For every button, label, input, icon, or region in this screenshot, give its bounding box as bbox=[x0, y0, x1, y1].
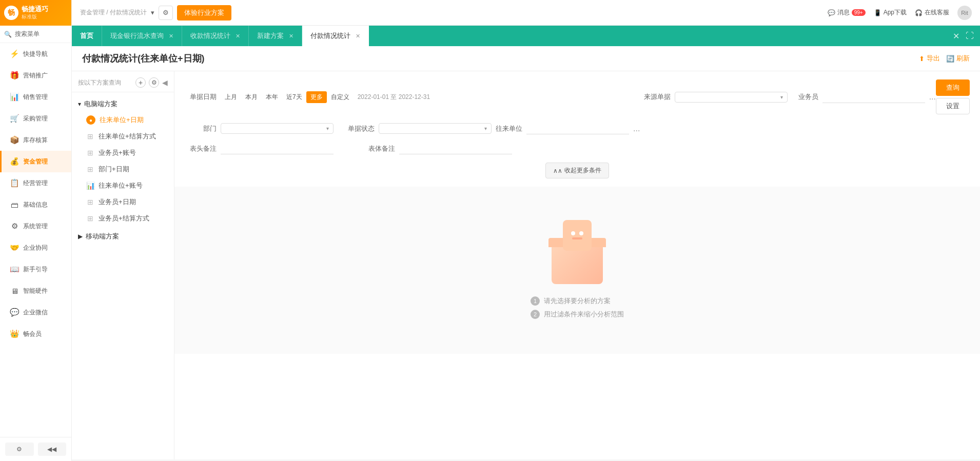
scheme-group-mobile: ▶ 移动端方案 bbox=[72, 229, 174, 244]
robot-eye-left bbox=[571, 231, 575, 235]
table-icon-3: ⊞ bbox=[86, 165, 94, 173]
query-btn[interactable]: 查询 bbox=[936, 79, 970, 96]
money-icon: 💰 bbox=[10, 157, 19, 166]
topbar-gear-btn[interactable]: ⚙ bbox=[159, 6, 173, 20]
sidebar-settings-btn[interactable]: ⚙ bbox=[5, 443, 34, 456]
active-circle-icon: ● bbox=[86, 115, 95, 125]
scheme-item-customer-account[interactable]: 📊 往来单位+账号 bbox=[72, 177, 174, 194]
scheme-panel-header: 按以下方案查询 + ⚙ ◀ bbox=[72, 77, 174, 92]
sidebar-item-weixin[interactable]: 💬 企业微信 bbox=[0, 302, 71, 323]
topbar: 资金管理 / 付款情况统计 ▾ ⚙ 体验行业方案 💬 消息 99+ 📱 App下… bbox=[72, 0, 980, 26]
trial-btn[interactable]: 体验行业方案 bbox=[177, 5, 231, 21]
sidebar-item-sales[interactable]: 📊 销售管理 bbox=[0, 86, 71, 108]
table-icon-2: ⊞ bbox=[86, 149, 94, 157]
scheme-set-btn[interactable]: ⚙ bbox=[149, 77, 159, 88]
tab-close-receipt[interactable]: ✕ bbox=[236, 33, 240, 39]
scheme-panel-actions: + ⚙ ◀ bbox=[135, 77, 168, 88]
filter-row-3: 表头备注 表体备注 bbox=[185, 143, 970, 154]
sidebar-item-purchase[interactable]: 🛒 采购管理 bbox=[0, 108, 71, 129]
filter-area: 单据日期 上月 本月 本年 近7天 更多 自定义 20 bbox=[174, 71, 980, 459]
collapse-more-btn[interactable]: ∧∧ 收起更多条件 bbox=[545, 163, 609, 178]
scheme-collapse-btn[interactable]: ◀ bbox=[162, 78, 168, 87]
tab-close-bank-flow[interactable]: ✕ bbox=[169, 33, 173, 39]
tab-receipt-stats[interactable]: 收款情况统计 ✕ bbox=[182, 26, 249, 46]
scheme-item-staff-account[interactable]: ⊞ 业务员+账号 bbox=[72, 145, 174, 161]
date-last-month[interactable]: 上月 bbox=[221, 91, 241, 103]
source-select[interactable]: ▾ bbox=[675, 92, 788, 103]
scheme-item-customer-settle[interactable]: ⊞ 往来单位+结算方式 bbox=[72, 128, 174, 145]
avatar[interactable]: Rit bbox=[957, 6, 972, 20]
sidebar-item-finance[interactable]: 💰 资金管理 bbox=[0, 151, 71, 172]
scheme-item-dept-date[interactable]: ⊞ 部门+日期 bbox=[72, 161, 174, 177]
body-note-input[interactable] bbox=[399, 143, 512, 154]
scheme-item-staff-date[interactable]: ⊞ 业务员+日期 bbox=[72, 194, 174, 210]
hardware-icon: 🖥 bbox=[10, 286, 19, 295]
tab-bank-flow[interactable]: 现金银行流水查询 ✕ bbox=[102, 26, 182, 46]
chart-icon: 📊 bbox=[10, 92, 19, 102]
sidebar-item-operations[interactable]: 📋 经营管理 bbox=[0, 172, 71, 194]
date-this-year[interactable]: 本年 bbox=[262, 91, 282, 103]
scheme-add-btn[interactable]: + bbox=[135, 77, 146, 88]
scheme-item-staff-settle[interactable]: ⊞ 业务员+结算方式 bbox=[72, 210, 174, 227]
scheme-group-desktop-header[interactable]: ▾ 电脑端方案 bbox=[72, 96, 174, 112]
sidebar-item-quick-nav[interactable]: ⚡ 快捷导航 bbox=[0, 43, 71, 65]
tab-close-payment[interactable]: ✕ bbox=[356, 33, 360, 39]
content-body: 按以下方案查询 + ⚙ ◀ ▾ 电脑端方案 ● bbox=[72, 71, 980, 459]
topbar-right: 💬 消息 99+ 📱 App下载 🎧 在线客服 Rit bbox=[828, 6, 972, 20]
sidebar-item-inventory[interactable]: 📦 库存核算 bbox=[0, 129, 71, 151]
sidebar-item-system[interactable]: ⚙ 系统管理 bbox=[0, 215, 71, 237]
tab-home[interactable]: 首页 bbox=[72, 26, 102, 46]
bill-status-label: 单据状态 bbox=[338, 124, 379, 133]
dept-select[interactable]: ▾ bbox=[221, 123, 334, 134]
page-actions: ⬆ 导出 🔄 刷新 bbox=[919, 54, 970, 63]
search-icon: 🔍 bbox=[4, 31, 12, 38]
date-last-7[interactable]: 近7天 bbox=[282, 91, 306, 103]
sidebar-item-marketing[interactable]: 🎁 营销推广 bbox=[0, 65, 71, 86]
topbar-app-download[interactable]: 📱 App下载 bbox=[874, 8, 907, 17]
date-options: 上月 本月 本年 近7天 更多 自定义 bbox=[221, 91, 354, 103]
sidebar-search[interactable]: 🔍 搜索菜单 bbox=[0, 26, 71, 43]
logo-icon: 畅 bbox=[4, 6, 18, 20]
date-range: 2022-01-01 至 2022-12-31 bbox=[358, 93, 430, 102]
export-icon: ⬆ bbox=[919, 55, 925, 63]
bill-status-select[interactable]: ▾ bbox=[379, 123, 492, 134]
setting-btn[interactable]: 设置 bbox=[936, 98, 970, 114]
crown-icon: 👑 bbox=[10, 329, 19, 338]
export-btn[interactable]: ⬆ 导出 bbox=[919, 54, 940, 63]
tab-new-scheme[interactable]: 新建方案 ✕ bbox=[249, 26, 302, 46]
salesperson-input[interactable] bbox=[822, 91, 925, 103]
refresh-icon: 🔄 bbox=[946, 55, 954, 63]
sidebar-item-enterprise[interactable]: 🤝 企业协同 bbox=[0, 237, 71, 258]
sidebar-item-member[interactable]: 👑 畅会员 bbox=[0, 323, 71, 345]
tab-close-new-scheme[interactable]: ✕ bbox=[289, 33, 293, 39]
logo-text: 畅捷通巧 标准版 bbox=[22, 5, 48, 21]
refresh-btn[interactable]: 🔄 刷新 bbox=[946, 54, 970, 63]
salesperson-dots[interactable]: ... bbox=[929, 92, 936, 102]
header-note-input[interactable] bbox=[221, 143, 334, 154]
handshake-icon: 🤝 bbox=[10, 243, 19, 252]
sidebar-collapse-btn[interactable]: ◀◀ bbox=[38, 443, 67, 456]
robot-eye-right bbox=[579, 231, 583, 235]
sidebar-item-basic[interactable]: 🗃 基础信息 bbox=[0, 194, 71, 215]
sidebar-item-guide[interactable]: 📖 新手引导 bbox=[0, 258, 71, 280]
topbar-service[interactable]: 🎧 在线客服 bbox=[915, 8, 949, 17]
tabbar-close-all-btn[interactable]: ✕ bbox=[951, 29, 962, 43]
tabbar-expand-btn[interactable]: ⛶ bbox=[964, 29, 976, 43]
sidebar-nav: ⚡ 快捷导航 🎁 营销推广 📊 销售管理 🛒 采购管理 📦 库存核算 💰 bbox=[0, 43, 71, 437]
empty-illustration bbox=[536, 217, 618, 284]
table-icon-5: ⊞ bbox=[86, 214, 94, 223]
tab-payment-stats[interactable]: 付款情况统计 ✕ bbox=[302, 26, 369, 46]
sidebar-item-hardware[interactable]: 🖥 智能硬件 bbox=[0, 280, 71, 302]
source-select-arrow: ▾ bbox=[780, 94, 783, 100]
scheme-group-mobile-header[interactable]: ▶ 移动端方案 bbox=[72, 229, 174, 244]
counterpart-dots[interactable]: ... bbox=[633, 124, 640, 133]
page-header: 付款情况统计(往来单位+日期) ⬆ 导出 🔄 刷新 bbox=[72, 46, 980, 71]
date-more[interactable]: 更多 bbox=[306, 91, 327, 103]
table-icon-4: ⊞ bbox=[86, 198, 94, 206]
counterpart-input[interactable] bbox=[526, 123, 629, 134]
topbar-messages[interactable]: 💬 消息 99+ bbox=[828, 8, 866, 17]
breadcrumb-dropdown[interactable]: ▾ bbox=[151, 9, 154, 16]
date-this-month[interactable]: 本月 bbox=[241, 91, 262, 103]
scheme-item-customer-date[interactable]: ● 往来单位+日期 bbox=[72, 112, 174, 128]
date-custom[interactable]: 自定义 bbox=[327, 91, 354, 103]
